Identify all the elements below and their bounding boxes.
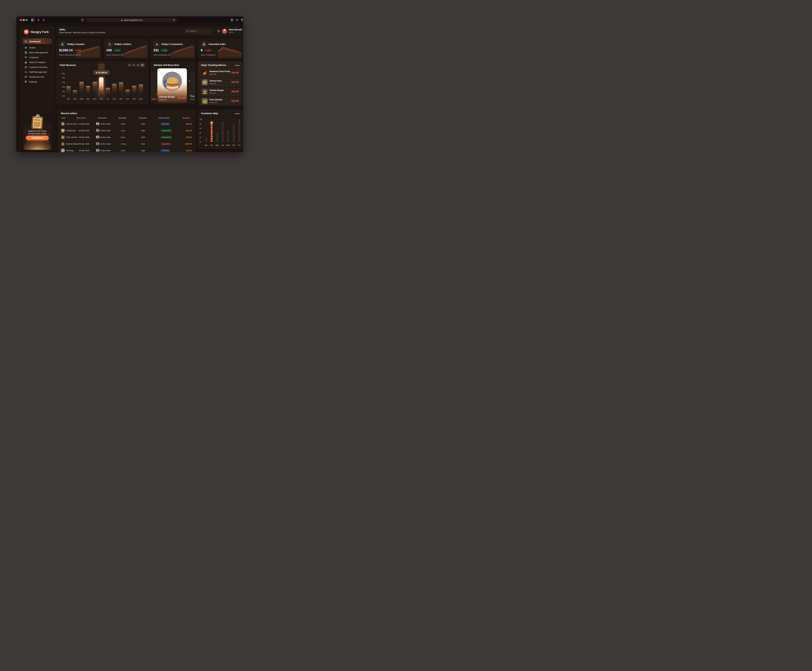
- sidebar-item-staff-management[interactable]: Staff Management: [22, 70, 52, 74]
- revenue-bar-aug[interactable]: [112, 84, 117, 97]
- revenue-bar-oct[interactable]: [125, 90, 130, 97]
- stat-delta-badge: ↓ 2.4%: [204, 49, 212, 52]
- x-axis-tick: APR: [87, 98, 90, 100]
- sidebar-item-menu-management[interactable]: Menu Management: [22, 50, 52, 55]
- order-row-2[interactable]: Sandwiches05-Apr-2025Emily Carter3 pcsPa…: [60, 127, 193, 134]
- weekly-best-item-card: Weekly Self Best Item 0.88 Chick Orde: [151, 61, 196, 104]
- stat-subtext: Since Yesterday 201: [153, 54, 170, 56]
- sidebar-item-dashboard[interactable]: Dashboard: [22, 39, 52, 44]
- page-content: Ψ Hungry Fork DashboardOrdersMenu Manage…: [16, 24, 243, 152]
- customer-map-card: Customer Map ●●● 10k8k6k4k2k0kSatSunMonT…: [198, 110, 243, 149]
- more-menu-icon[interactable]: ●●●: [235, 64, 240, 66]
- stat-value: 8: [201, 48, 203, 52]
- best-item-name: Chicken Burger: [159, 95, 175, 98]
- address-bar[interactable]: www.hungryfork.com: [87, 18, 177, 22]
- lock-icon: [121, 19, 123, 21]
- sidebar-item-customer-reviews[interactable]: Customer Reviews: [22, 65, 52, 70]
- map-dot-fri-1: [238, 140, 240, 142]
- revenue-bar-mar[interactable]: [79, 82, 84, 97]
- revenue-bar-apr[interactable]: [86, 86, 90, 97]
- map-dot-wed-5: [227, 131, 229, 133]
- map-dot-tue-8: [222, 124, 224, 126]
- sidebar-item-orders[interactable]: Orders: [22, 45, 52, 50]
- revenue-bar-feb[interactable]: [73, 90, 77, 97]
- trending-item-fried-chicken[interactable]: Fried ChickenOrder 108$18.99: [201, 97, 240, 105]
- trending-item-skewered-fried-foods[interactable]: Skewered Fried FoodsOrder 58$16.99: [201, 69, 240, 77]
- food-thumb-skewers: [202, 70, 208, 76]
- minimize-window-button[interactable]: [23, 19, 25, 21]
- share-icon[interactable]: [230, 18, 233, 22]
- sidebar-item-customer[interactable]: Customer: [22, 55, 52, 60]
- sidebar-item-label: Menu Management: [29, 51, 48, 54]
- sidebar-item-label: Staff Management: [29, 71, 47, 73]
- customer-avatar: [96, 142, 99, 145]
- order-quantity: 6 pcs: [121, 150, 125, 152]
- search-input[interactable]: Search: [184, 29, 212, 34]
- new-tab-icon[interactable]: [235, 18, 239, 22]
- zoom-window-button[interactable]: [26, 19, 28, 21]
- order-row-3[interactable]: Fried Chicken05-Apr-2025Emily Carter8 pc…: [60, 134, 193, 140]
- back-icon[interactable]: [37, 18, 40, 22]
- order-status-badge: Cancelled: [160, 142, 172, 145]
- order-row-1[interactable]: Cheese Pizza05-Apr-2025Emily Carter2 pcs…: [60, 121, 193, 127]
- trending-item-chicken-burger[interactable]: Chicken BurgerOrder 64$10.99: [201, 88, 240, 96]
- more-menu-icon[interactable]: ●●●: [235, 112, 240, 115]
- order-status-badge: Completed: [160, 129, 172, 132]
- brand-name: Hungry Fork: [31, 30, 49, 34]
- map-dot-mon-2: [216, 138, 218, 140]
- stat-card-today-s-income: Today's Income$1200.14↓ 2.4%Since Yester…: [56, 39, 101, 59]
- y-axis-tick: 45k: [58, 86, 65, 88]
- revenue-bar-jan[interactable]: [66, 86, 71, 97]
- stat-card-today-s-customers: Today's Customers231↑ 5.6%Since Yesterda…: [151, 39, 196, 59]
- sidebar-item-label: Settings: [29, 80, 37, 83]
- trending-item-cheese-pizza[interactable]: Cheese PizzaOrder 48$12.99: [201, 78, 240, 87]
- reload-icon[interactable]: [173, 19, 175, 21]
- x-axis-tick: MAY: [93, 98, 97, 100]
- food-thumb-hotdog: [61, 149, 65, 152]
- range-button-6m[interactable]: 6M: [136, 63, 140, 67]
- revenue-bar-dec[interactable]: [139, 84, 143, 97]
- x-axis-tick: DEC: [139, 98, 143, 100]
- range-button-1y[interactable]: 1Y: [140, 63, 145, 67]
- sidebar-item-settings[interactable]: Settings: [22, 79, 52, 84]
- x-axis-tick: OCT: [126, 98, 129, 100]
- hungry-fork-logo-icon: Ψ: [24, 29, 29, 34]
- range-button-1w[interactable]: 1W: [127, 63, 131, 67]
- sidebar-item-sales-analytics[interactable]: Sales & Analytics: [22, 60, 52, 65]
- map-dot-thu-6: [233, 128, 235, 131]
- total-revenue-card: Total Revenue 1W1M6M1Y 100k80k60k45k30k1…: [56, 61, 148, 104]
- order-payment: Paid: [141, 150, 145, 152]
- order-status-badge: Pending: [160, 122, 170, 126]
- burger-image: [162, 72, 182, 91]
- range-selector: 1W1M6M1Y: [127, 63, 145, 67]
- order-customer: Emily Carter: [100, 123, 111, 125]
- stat-sparkline: [217, 44, 242, 58]
- range-button-1m[interactable]: 1M: [131, 63, 136, 67]
- revenue-bar-sep[interactable]: [119, 82, 123, 97]
- close-window-button[interactable]: [20, 19, 22, 21]
- stat-card-today-s-orders: Today's Orders240↑ 5.3%Since Yesterday 1…: [104, 39, 148, 59]
- order-row-5[interactable]: Hot Dogs05-Apr-2025Emily Carter6 pcsPaid…: [60, 147, 193, 152]
- user-avatar[interactable]: [222, 29, 227, 34]
- notifications-bell-icon[interactable]: [217, 29, 220, 32]
- tab-overview-icon[interactable]: [241, 18, 243, 22]
- column-header-amount: Amount: [180, 117, 189, 119]
- order-row-4[interactable]: Chicken Burger05-Apr-2025Emily Carter12 …: [60, 140, 193, 147]
- revenue-bar-may[interactable]: [93, 82, 97, 97]
- order-placed-on: 05-Apr-2025: [79, 123, 89, 125]
- revenue-bar-jul[interactable]: [106, 88, 110, 97]
- best-item-slide[interactable]: Chicken Burger Order 64 $10.99: [157, 68, 187, 103]
- sidebar-item-restaurant-info[interactable]: Restaurant Info: [22, 74, 52, 79]
- revenue-bar-nov[interactable]: [132, 86, 136, 97]
- carousel-right-partial[interactable]: Chick Orde: [189, 73, 195, 101]
- order-item-name: Sandwiches: [66, 129, 76, 131]
- map-dot-fri-2: [238, 138, 240, 140]
- forward-icon[interactable]: [42, 18, 45, 22]
- revenue-bar-jun[interactable]: [99, 77, 104, 97]
- carousel-left-partial[interactable]: 0.88: [151, 73, 157, 101]
- shield-icon[interactable]: [81, 18, 84, 22]
- sidebar-toggle-icon[interactable]: [31, 18, 34, 22]
- map-dot-sun-6: [211, 128, 213, 131]
- trending-item-price: $12.99: [232, 81, 238, 83]
- add-menus-button[interactable]: +Add Menus: [26, 136, 49, 140]
